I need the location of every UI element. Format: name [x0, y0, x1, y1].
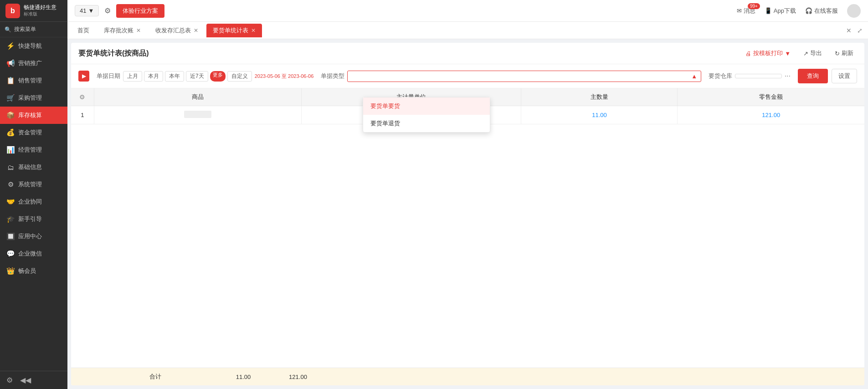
sidebar-item-appstore[interactable]: 🔲 应用中心	[0, 228, 67, 245]
system-icon: ⚙	[6, 180, 15, 189]
page-title-bar: 要货单统计表(按商品) 🖨 按模板打印 ▼ ↗ 导出 ↻ 刷新	[71, 43, 864, 64]
service-icon: 🎧	[805, 7, 812, 14]
date-btn-last-month[interactable]: 上月	[123, 71, 142, 82]
footer-settings-icon[interactable]: ⚙	[6, 376, 13, 384]
type-filter-group: 单据类型 ▲	[321, 71, 701, 82]
export-icon: ↗	[803, 50, 808, 57]
purchase-icon: 🛒	[6, 94, 15, 102]
tab-home[interactable]: 首页	[71, 24, 96, 37]
date-range-display: 2023-05-06 至 2023-06-06	[255, 73, 314, 80]
app-version: 标准版	[24, 11, 56, 17]
header-settings-icon[interactable]: ⚙	[104, 6, 111, 15]
sidebar-item-inventory[interactable]: 📦 库存核算	[0, 107, 67, 124]
dropdown-item-requisition-order[interactable]: 要货单要货	[363, 97, 490, 115]
date-more-badge[interactable]: 更多	[210, 71, 226, 82]
tab-close-all-icon[interactable]: ✕	[844, 25, 853, 36]
top-header: 41 ▼ ⚙ 体验行业方案 ✉ 消息 99+ 📱 App下载 🎧 在线客服	[67, 0, 868, 22]
sidebar: b 畅捷通好生意 标准版 🔍 搜索菜单 ⚡ 快捷导航 📢 营销推广 📋 销售管理…	[0, 0, 67, 389]
tab-requisition[interactable]: 要货单统计表 ✕	[206, 24, 262, 37]
sidebar-item-purchase[interactable]: 🛒 采购管理	[0, 89, 67, 107]
sidebar-collapse-icon[interactable]: ◀◀	[20, 376, 31, 384]
online-service-action[interactable]: 🎧 在线客服	[805, 7, 838, 15]
date-btn-this-month[interactable]: 本月	[144, 71, 163, 82]
sidebar-search[interactable]: 🔍 搜索菜单	[0, 22, 67, 37]
footer-label: 合计	[149, 373, 161, 381]
export-button[interactable]: ↗ 导出	[800, 47, 826, 59]
operation-icon: 📊	[6, 146, 15, 154]
inventory-icon: 📦	[6, 111, 15, 119]
tab-expand-icon[interactable]: ⤢	[855, 25, 864, 36]
type-filter-label: 单据类型	[321, 72, 344, 80]
sidebar-item-quick-nav[interactable]: ⚡ 快捷导航	[0, 37, 67, 55]
company-dropdown-icon: ▼	[88, 7, 94, 14]
row-amount[interactable]: 121.00	[678, 106, 864, 124]
page-container: 要货单统计表(按商品) 🖨 按模板打印 ▼ ↗ 导出 ↻ 刷新	[71, 43, 864, 385]
date-filter-label: 单据日期	[97, 72, 120, 80]
content-area: 要货单统计表(按商品) 🖨 按模板打印 ▼ ↗ 导出 ↻ 刷新	[67, 39, 868, 389]
tab-batch-close[interactable]: ✕	[136, 27, 141, 34]
refresh-icon: ↻	[835, 50, 840, 57]
product-placeholder	[184, 111, 211, 118]
download-icon: 📱	[765, 7, 772, 14]
tab-receivable-close[interactable]: ✕	[194, 27, 198, 34]
messages-action[interactable]: ✉ 消息 99+	[737, 7, 755, 15]
th-product: 商品	[94, 88, 302, 106]
filter-actions: 查询 设置	[798, 69, 857, 83]
dropdown-item-requisition-return[interactable]: 要货单退货	[363, 115, 490, 132]
user-avatar[interactable]	[847, 4, 861, 18]
sidebar-item-wechat[interactable]: 💬 企业微信	[0, 245, 67, 262]
trial-button[interactable]: 体验行业方案	[116, 4, 164, 18]
tab-receivable[interactable]: 收发存汇总表 ✕	[149, 24, 205, 37]
header-right: ✉ 消息 99+ 📱 App下载 🎧 在线客服	[737, 4, 861, 18]
logo-icon: b	[5, 4, 20, 18]
date-btn-this-year[interactable]: 本年	[165, 71, 184, 82]
sidebar-item-member[interactable]: 👑 畅会员	[0, 262, 67, 280]
tab-batch[interactable]: 库存批次账 ✕	[98, 24, 147, 37]
refresh-button[interactable]: ↻ 刷新	[831, 47, 857, 59]
search-icon: 🔍	[5, 26, 11, 33]
finance-icon: 💰	[6, 128, 15, 137]
query-button[interactable]: 查询	[798, 69, 828, 83]
warehouse-more-icon[interactable]: ···	[785, 72, 791, 80]
quick-nav-icon: ⚡	[6, 42, 15, 50]
table-settings-icon[interactable]: ⚙	[79, 93, 85, 101]
app-name: 畅捷通好生意	[24, 4, 56, 11]
sidebar-item-guide[interactable]: 🎓 新手引导	[0, 210, 67, 228]
sidebar-item-sales[interactable]: 📋 销售管理	[0, 72, 67, 89]
marketing-icon: 📢	[6, 59, 15, 67]
app-logo: b 畅捷通好生意 标准版	[0, 0, 67, 22]
row-qty[interactable]: 11.00	[521, 106, 678, 124]
sidebar-item-finance[interactable]: 💰 资金管理	[0, 124, 67, 141]
message-badge: 99+	[748, 3, 760, 9]
app-download-action[interactable]: 📱 App下载	[765, 7, 796, 15]
filter-expand-button[interactable]: ▶	[78, 71, 89, 82]
row-no: 1	[71, 106, 94, 124]
print-icon: 🖨	[745, 50, 751, 57]
th-settings[interactable]: ⚙	[71, 88, 94, 106]
type-filter-select[interactable]: ▲	[347, 71, 701, 82]
sidebar-item-system[interactable]: ⚙ 系统管理	[0, 176, 67, 193]
sidebar-item-basic[interactable]: 🗂 基础信息	[0, 159, 67, 176]
message-icon: ✉	[737, 7, 742, 14]
sidebar-item-cooperation[interactable]: 🤝 企业协同	[0, 193, 67, 210]
page-title: 要货单统计表(按商品)	[78, 49, 149, 58]
wechat-icon: 💬	[6, 250, 15, 258]
expand-icon: ▶	[82, 73, 86, 79]
filter-bar: ▶ 单据日期 上月 本月 本年 近7天 更多 自定义 2023-05-06 至 …	[71, 64, 864, 88]
sidebar-item-marketing[interactable]: 📢 营销推广	[0, 55, 67, 72]
print-template-button[interactable]: 🖨 按模板打印 ▼	[742, 47, 794, 59]
company-selector[interactable]: 41 ▼	[75, 5, 99, 16]
tab-requisition-close[interactable]: ✕	[251, 27, 256, 34]
date-buttons: 上月 本月 本年 近7天 更多 自定义	[123, 71, 252, 82]
date-custom-btn[interactable]: 自定义	[227, 71, 252, 82]
sales-icon: 📋	[6, 77, 15, 85]
sidebar-nav: ⚡ 快捷导航 📢 营销推广 📋 销售管理 🛒 采购管理 📦 库存核算 💰 资金管…	[0, 37, 67, 371]
date-btn-7days[interactable]: 近7天	[186, 71, 208, 82]
tabs-bar: 首页 库存批次账 ✕ 收发存汇总表 ✕ 要货单统计表 ✕ ✕ ⤢	[67, 22, 868, 39]
filter-settings-button[interactable]: 设置	[832, 69, 857, 83]
appstore-icon: 🔲	[6, 232, 15, 241]
tabs-right: ✕ ⤢	[844, 25, 864, 36]
sidebar-item-operation[interactable]: 📊 经营管理	[0, 141, 67, 159]
warehouse-input[interactable]	[735, 74, 782, 78]
sidebar-footer: ⚙ ◀◀	[0, 371, 67, 389]
